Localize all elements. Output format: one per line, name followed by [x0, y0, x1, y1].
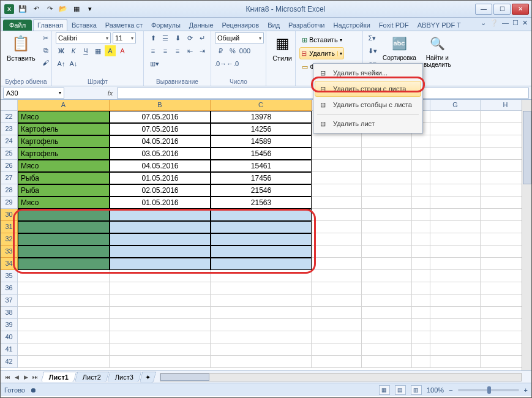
cell[interactable]	[312, 258, 362, 270]
cell[interactable]	[362, 135, 412, 148]
bold-icon[interactable]: Ж	[56, 45, 67, 56]
cell[interactable]	[362, 319, 412, 331]
cell[interactable]	[412, 258, 430, 270]
tab-review[interactable]: Рецензиров	[218, 19, 264, 31]
cell[interactable]	[18, 307, 110, 319]
cell[interactable]: Мясо	[18, 197, 110, 209]
cell[interactable]	[110, 282, 211, 295]
cell[interactable]	[18, 282, 110, 295]
menu-delete-sheet-columns[interactable]: ⊟ Удалить столбцы с листа	[315, 97, 421, 113]
cell[interactable]	[18, 270, 110, 282]
macro-record-icon[interactable]: ⏺	[30, 386, 37, 394]
cell[interactable]	[412, 295, 430, 307]
view-normal-icon[interactable]: ▦	[379, 385, 390, 395]
cell[interactable]	[211, 246, 312, 258]
cell[interactable]	[211, 331, 312, 344]
chevron-down-icon[interactable]: ▾	[59, 90, 61, 96]
cell[interactable]	[362, 307, 412, 319]
row-header[interactable]: 29	[1, 197, 18, 209]
cell[interactable]	[362, 258, 412, 270]
percent-icon[interactable]: %	[227, 45, 238, 56]
cell[interactable]	[430, 111, 481, 123]
format-painter-icon[interactable]: 🖌	[40, 57, 51, 68]
tab-insert[interactable]: Вставка	[67, 19, 101, 31]
cell[interactable]	[312, 184, 362, 197]
undo-icon[interactable]: ↶	[30, 3, 42, 15]
cell[interactable]	[312, 197, 362, 209]
open-icon[interactable]: 📂	[57, 3, 69, 15]
cell[interactable]: 03.05.2016	[110, 148, 211, 160]
row-header[interactable]: 37	[1, 295, 18, 307]
cell[interactable]	[362, 344, 412, 356]
zoom-out-icon[interactable]: −	[449, 386, 452, 394]
cell[interactable]	[412, 197, 430, 209]
cell[interactable]	[430, 148, 481, 160]
col-header-g[interactable]: G	[430, 100, 481, 111]
italic-icon[interactable]: К	[68, 45, 79, 56]
cell[interactable]	[412, 221, 430, 233]
cell[interactable]	[312, 233, 362, 246]
scroll-thumb[interactable]	[523, 111, 531, 184]
cell[interactable]	[110, 331, 211, 344]
col-header-b[interactable]: B	[110, 100, 211, 111]
cell[interactable]	[18, 209, 110, 221]
tab-home[interactable]: Главная	[33, 19, 67, 31]
cell[interactable]: 15461	[211, 160, 312, 172]
sheet-prev-icon[interactable]: ◀	[12, 374, 21, 380]
cell[interactable]: 04.05.2016	[110, 135, 211, 148]
cell[interactable]	[312, 307, 362, 319]
cell[interactable]: 15456	[211, 148, 312, 160]
cell[interactable]	[211, 270, 312, 282]
cell[interactable]	[412, 246, 430, 258]
row-header[interactable]: 39	[1, 319, 18, 331]
cell[interactable]	[110, 209, 211, 221]
cell[interactable]	[18, 246, 110, 258]
cell[interactable]	[312, 270, 362, 282]
tab-addins[interactable]: Надстройки	[329, 19, 374, 31]
row-header[interactable]: 36	[1, 282, 18, 295]
cell[interactable]: 04.05.2016	[110, 160, 211, 172]
cell[interactable]	[312, 331, 362, 344]
cell[interactable]: Картофель	[18, 148, 110, 160]
fill-icon[interactable]: ⬇▾	[367, 45, 378, 56]
cell[interactable]	[312, 148, 362, 160]
cell[interactable]	[18, 331, 110, 344]
view-page-break-icon[interactable]: ▥	[411, 385, 422, 395]
cell[interactable]	[412, 148, 430, 160]
row-header[interactable]: 27	[1, 172, 18, 184]
cell[interactable]	[430, 331, 481, 344]
align-center-icon[interactable]: ≡	[160, 45, 171, 56]
font-name-combo[interactable]: Calibri▾	[56, 32, 111, 43]
sheet-first-icon[interactable]: ⏮	[3, 374, 12, 380]
name-box[interactable]: A30 ▾	[3, 88, 64, 99]
redo-icon[interactable]: ↷	[43, 3, 56, 15]
font-color-icon[interactable]: A	[117, 45, 128, 56]
tab-abbyy[interactable]: ABBYY PDF T	[413, 19, 465, 31]
cell[interactable]: Картофель	[18, 123, 110, 135]
cell[interactable]	[211, 233, 312, 246]
grid-body[interactable]: 22Мясо07.05.20161397823Картофель07.05.20…	[1, 111, 531, 368]
help-icon[interactable]: ❔	[490, 19, 498, 27]
cell[interactable]	[211, 356, 312, 368]
number-format-combo[interactable]: Общий▾	[215, 32, 264, 43]
cell[interactable]	[412, 209, 430, 221]
cell[interactable]	[110, 295, 211, 307]
insert-cells-button[interactable]: ⊞ Вставить ▾	[299, 34, 345, 46]
new-icon[interactable]: ▦	[70, 3, 83, 15]
row-header[interactable]: 24	[1, 135, 18, 148]
cell[interactable]	[362, 209, 412, 221]
cell[interactable]	[211, 282, 312, 295]
cell[interactable]: 17456	[211, 172, 312, 184]
paste-button[interactable]: 📋 Вставить	[4, 32, 38, 63]
row-header[interactable]: 22	[1, 111, 18, 123]
cell[interactable]	[110, 233, 211, 246]
cell[interactable]	[211, 209, 312, 221]
cell[interactable]: 02.05.2016	[110, 184, 211, 197]
tab-foxit[interactable]: Foxit PDF	[375, 19, 413, 31]
zoom-slider[interactable]	[458, 389, 519, 391]
cell[interactable]	[430, 221, 481, 233]
cell[interactable]	[362, 270, 412, 282]
cell[interactable]	[18, 295, 110, 307]
row-header[interactable]: 25	[1, 148, 18, 160]
workbook-min-icon[interactable]: —	[502, 19, 509, 27]
